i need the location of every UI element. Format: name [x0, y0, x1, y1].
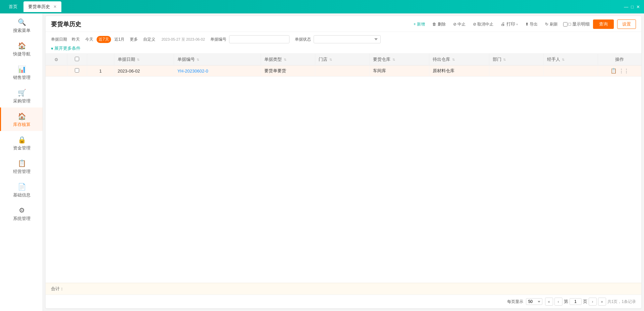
sidebar-item-system-mgmt-label: 系统管理: [13, 216, 31, 222]
doc-number-filter-group: 单据编号: [210, 35, 289, 43]
minimize-icon[interactable]: —: [624, 4, 628, 9]
req-wh-col-label: 要货仓库: [373, 57, 390, 62]
first-page-button[interactable]: «: [545, 298, 553, 306]
basic-info-icon: 📄: [18, 183, 26, 191]
row-dept-cell: [489, 65, 543, 77]
doc-number-input[interactable]: [229, 35, 289, 43]
row-req-wh-cell: 车间库: [370, 65, 429, 77]
row-code-link[interactable]: YH-20230602-0: [177, 69, 208, 74]
delete-button[interactable]: 🗑 删除: [430, 20, 447, 29]
date-sort-icon[interactable]: ⇅: [137, 58, 140, 61]
row-more-icon[interactable]: ⋮⋮: [619, 68, 629, 74]
sidebar-item-system-mgmt[interactable]: ⚙ 系统管理: [0, 202, 43, 225]
sidebar-item-sales-mgmt[interactable]: 📊 销售管理: [0, 60, 43, 84]
window-controls: — □ ✕: [624, 4, 640, 9]
sidebar-item-basic-info[interactable]: 📄 基础信息: [0, 178, 43, 202]
wait-wh-col-header: 待出仓库 ⇅: [429, 54, 489, 65]
table-header: ⚙ 单据日期 ⇅ 单据编号 ⇅: [46, 54, 641, 65]
sidebar-item-operations-mgmt[interactable]: 📋 经营管理: [0, 154, 43, 178]
page-header: 要货单历史 + 新增 🗑 删除 ⊘ 中止 ⊘ 取消中止 🖨 打印 ▾ ⬆ 导出 …: [46, 16, 641, 32]
new-button[interactable]: + 新增: [412, 20, 427, 29]
req-wh-sort-icon[interactable]: ⇅: [392, 58, 395, 61]
show-detail-button[interactable]: □ 显示明细: [563, 21, 590, 27]
expand-more-button[interactable]: ▾ 展开更多条件: [51, 45, 636, 51]
maximize-icon[interactable]: □: [631, 4, 634, 9]
date-last7days-btn[interactable]: 近7天: [97, 36, 111, 43]
row-op-cell: 📋 ⋮⋮: [598, 65, 641, 77]
select-all-checkbox[interactable]: [75, 57, 79, 61]
doc-status-select[interactable]: [314, 35, 381, 43]
quick-nav-icon: 🏠: [18, 42, 26, 50]
header-actions: + 新增 🗑 删除 ⊘ 中止 ⊘ 取消中止 🖨 打印 ▾ ⬆ 导出 ↻ 刷新 □…: [412, 19, 636, 29]
wait-wh-sort-icon[interactable]: ⇅: [452, 58, 455, 61]
query-button[interactable]: 查询: [593, 19, 614, 29]
date-more-btn[interactable]: 更多: [128, 36, 140, 43]
code-sort-icon[interactable]: ⇅: [197, 58, 199, 61]
tab-requisition-history[interactable]: 要货单历史 ✕: [23, 1, 61, 12]
sidebar-item-search-menu-label: 搜索菜单: [13, 28, 31, 34]
search-menu-icon: 🔍: [18, 18, 26, 26]
dept-sort-icon[interactable]: ⇅: [503, 58, 506, 61]
next-page-button[interactable]: ›: [589, 298, 597, 306]
print-button[interactable]: 🖨 打印 ▾: [499, 20, 520, 29]
settings-button[interactable]: 设置: [617, 19, 636, 29]
close-tab-icon[interactable]: ✕: [53, 4, 57, 9]
sidebar-item-search-menu[interactable]: 🔍 搜索菜单: [0, 13, 43, 37]
store-col-header: 门店 ⇅: [315, 54, 370, 65]
tab-home-label: 首页: [9, 4, 17, 10]
op-col-label: 操作: [615, 57, 624, 62]
sidebar-item-quick-nav[interactable]: 🏠 快捷导航: [0, 37, 43, 60]
show-detail-label: □ 显示明细: [569, 21, 590, 27]
refresh-button[interactable]: ↻ 刷新: [543, 20, 559, 29]
row-handler-cell: [543, 65, 598, 77]
row-checkbox[interactable]: [75, 68, 79, 73]
page-nav: « ‹ 第 页 › » 共1页，1条记录: [545, 298, 636, 306]
date-last-month-btn[interactable]: 近1月: [112, 36, 127, 43]
page-size-select[interactable]: 20 50 100 200: [526, 298, 542, 305]
stop-button[interactable]: ⊘ 中止: [451, 20, 468, 29]
pagination-bar: 每页显示 20 50 100 200 « ‹ 第 页 › » 共1页，1条记录: [46, 295, 641, 308]
sidebar: 🔍 搜索菜单 🏠 快捷导航 📊 销售管理 🛒 采购管理 🏠 库存核算 🔒 资金管…: [0, 13, 43, 311]
date-today-btn[interactable]: 今天: [83, 36, 95, 43]
filter-area: 单据日期 昨天 今天 近7天 近1月 更多 自定义 2023-05-27 至 2…: [46, 32, 641, 54]
wait-wh-col-label: 待出仓库: [433, 57, 450, 62]
table-settings-icon[interactable]: ⚙: [54, 57, 58, 62]
content-area: 要货单历史 + 新增 🗑 删除 ⊘ 中止 ⊘ 取消中止 🖨 打印 ▾ ⬆ 导出 …: [46, 16, 641, 308]
req-wh-col-header: 要货仓库 ⇅: [370, 54, 429, 65]
footer-summary: 合计：: [46, 283, 641, 295]
export-button[interactable]: ⬆ 导出: [523, 20, 540, 29]
sidebar-item-sales-mgmt-label: 销售管理: [13, 75, 31, 81]
page-title: 要货单历史: [51, 20, 81, 28]
close-window-icon[interactable]: ✕: [636, 4, 640, 9]
table-row: 1 2023-06-02 YH-20230602-0 要货单要货: [46, 65, 641, 77]
store-sort-icon[interactable]: ⇅: [329, 58, 332, 61]
sidebar-item-purchase-mgmt[interactable]: 🛒 采购管理: [0, 84, 43, 107]
table-body: 1 2023-06-02 YH-20230602-0 要货单要货: [46, 65, 641, 77]
sidebar-item-finance-mgmt[interactable]: 🔒 资金管理: [0, 131, 43, 154]
page-label: 页: [583, 299, 587, 305]
prev-page-button[interactable]: ‹: [554, 298, 562, 306]
last-page-button[interactable]: »: [598, 298, 606, 306]
type-col-header: 单据类型 ⇅: [261, 54, 315, 65]
inventory-icon: 🏠: [18, 112, 26, 120]
print-chevron-icon: ▾: [516, 23, 518, 26]
handler-col-header: 经手人 ⇅: [543, 54, 598, 65]
date-custom-btn[interactable]: 自定义: [141, 36, 157, 43]
sidebar-item-finance-mgmt-label: 资金管理: [13, 145, 31, 151]
sidebar-item-inventory[interactable]: 🏠 库存核算: [0, 107, 43, 131]
tab-home[interactable]: 首页: [4, 1, 22, 12]
row-code-cell: YH-20230602-0: [174, 65, 261, 77]
expand-more-label: 展开更多条件: [54, 45, 80, 51]
finance-mgmt-icon: 🔒: [18, 136, 26, 144]
sidebar-item-quick-nav-label: 快捷导航: [13, 51, 31, 57]
main-layout: 🔍 搜索菜单 🏠 快捷导航 📊 销售管理 🛒 采购管理 🏠 库存核算 🔒 资金管…: [0, 13, 644, 311]
date-filter-label: 单据日期: [51, 37, 67, 42]
show-detail-checkbox[interactable]: [563, 22, 568, 27]
date-yesterday-btn[interactable]: 昨天: [70, 36, 82, 43]
handler-sort-icon[interactable]: ⇅: [562, 58, 565, 61]
sidebar-item-basic-info-label: 基础信息: [13, 192, 31, 198]
row-edit-icon[interactable]: 📋: [610, 68, 617, 74]
page-number-input[interactable]: [570, 298, 582, 305]
type-sort-icon[interactable]: ⇅: [284, 58, 286, 61]
cancel-stop-button[interactable]: ⊘ 取消中止: [471, 20, 495, 29]
